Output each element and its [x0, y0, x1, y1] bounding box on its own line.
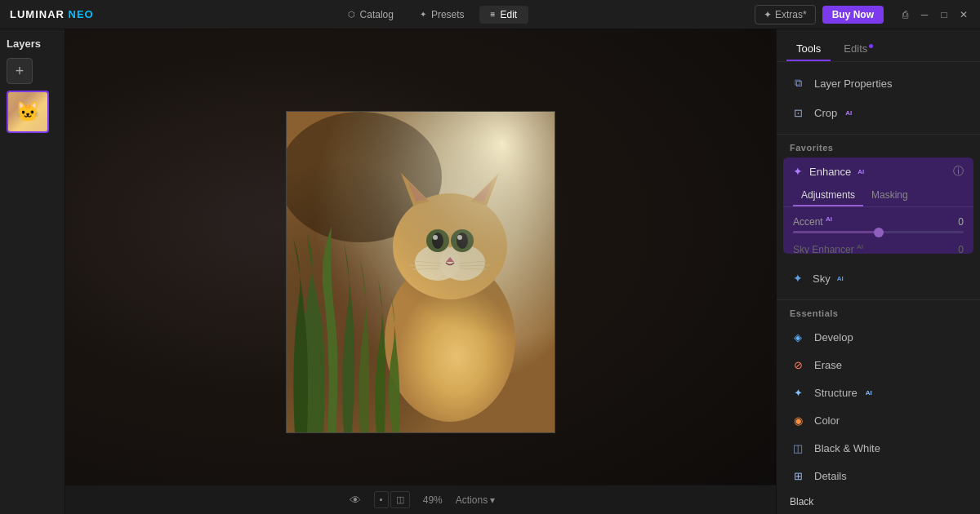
photo-canvas [286, 111, 555, 433]
tool-color[interactable]: ◉ Color [777, 406, 980, 434]
svg-rect-24 [287, 112, 555, 433]
sky-enhancer-value: 0 [958, 244, 964, 255]
essentials-header: Essentials [777, 300, 980, 323]
extras-button[interactable]: ✦ Extras* [755, 5, 816, 24]
structure-icon: ✦ [790, 384, 806, 401]
enhance-header[interactable]: ✦ Enhance AI ⓘ [783, 157, 973, 185]
favorites-header: Favorites [777, 135, 980, 157]
actions-button[interactable]: Actions ▾ [456, 494, 495, 506]
edit-icon: ≡ [491, 10, 496, 19]
maximize-button[interactable]: □ [938, 8, 951, 21]
nav-tabs: ⬡ Catalog ✦ Presets ≡ Edit [110, 6, 755, 24]
tool-details[interactable]: ⊞ Details [777, 462, 980, 490]
share-button[interactable]: ⎙ [898, 8, 911, 21]
tool-section-main: ⧉ Layer Properties ⊡ CropAI [777, 62, 980, 135]
tool-develop[interactable]: ◈ Develop [777, 323, 980, 351]
layer-thumbnail[interactable]: 🐱 [7, 91, 49, 133]
sub-tab-masking[interactable]: Masking [863, 185, 916, 206]
tab-tools[interactable]: Tools [786, 38, 831, 61]
add-layer-button[interactable]: + [7, 58, 33, 84]
canvas-toolbar: 👁 ▪ ◫ 49% Actions ▾ [65, 485, 776, 514]
enhance-ai-badge: AI [858, 168, 864, 175]
crop-ai-badge: AI [845, 109, 852, 117]
layers-panel: Layers + 🐱 [0, 29, 65, 514]
enhance-title: ✦ Enhance AI [793, 165, 864, 178]
zoom-display[interactable]: 49% [420, 494, 446, 506]
details-icon: ⊞ [790, 467, 806, 484]
view-toggle: ▪ ◫ [374, 491, 410, 508]
canvas-area: 👁 ▪ ◫ 49% Actions ▾ [65, 29, 776, 514]
enhance-sub-tabs: Adjustments Masking [783, 185, 973, 207]
app-logo: LUMINAR NEO [10, 8, 94, 20]
accent-thumb[interactable] [874, 228, 884, 237]
titlebar-right: ✦ Extras* Buy Now ⎙ ─ □ ✕ [755, 5, 970, 24]
right-panel: Tools Edits ⧉ Layer Properties ⊡ CropAI … [776, 29, 980, 514]
cat-illustration [287, 112, 555, 433]
minimize-button[interactable]: ─ [918, 8, 931, 21]
split-view-button[interactable]: ◫ [390, 491, 410, 508]
layer-properties-icon: ⧉ [790, 75, 806, 91]
panel-tabs: Tools Edits [777, 29, 980, 62]
sub-tab-adjustments[interactable]: Adjustments [793, 185, 863, 206]
accent-track[interactable] [793, 231, 964, 233]
tool-erase[interactable]: ⊘ Erase [777, 351, 980, 379]
presets-icon: ✦ [420, 10, 426, 19]
titlebar: LUMINAR NEO ⬡ Catalog ✦ Presets ≡ Edit ✦… [0, 0, 980, 29]
photo-container [286, 111, 555, 433]
develop-icon: ◈ [790, 329, 806, 345]
cat-photo [287, 112, 555, 432]
visibility-icon[interactable]: 👁 [346, 490, 364, 510]
layer-thumb-image: 🐱 [8, 92, 47, 131]
nav-edit[interactable]: ≡ Edit [479, 6, 529, 24]
nav-catalog[interactable]: ⬡ Catalog [336, 6, 405, 24]
sky-enhancer-label: Sky Enhancer AI [793, 243, 863, 254]
info-icon[interactable]: ⓘ [953, 164, 964, 179]
cat-thumbnail-icon: 🐱 [16, 100, 40, 123]
tool-layer-properties[interactable]: ⧉ Layer Properties [777, 69, 980, 98]
close-button[interactable]: ✕ [957, 8, 970, 21]
accent-ai-badge: AI [826, 215, 832, 223]
nav-presets[interactable]: ✦ Presets [408, 6, 476, 24]
enhance-icon: ✦ [793, 165, 803, 178]
sky-ai-badge: AI [837, 275, 844, 282]
enhance-block: ✦ Enhance AI ⓘ Adjustments Masking Accen… [783, 157, 973, 254]
black-label: Black [777, 490, 980, 514]
accent-label: Accent AI [793, 215, 832, 228]
tab-edits[interactable]: Edits [834, 38, 883, 61]
window-controls: ⎙ ─ □ ✕ [898, 8, 970, 21]
crop-icon: ⊡ [790, 104, 806, 121]
accent-fill [793, 231, 879, 233]
star-icon: ✦ [764, 9, 772, 20]
catalog-icon: ⬡ [348, 10, 355, 19]
accent-value: 0 [958, 216, 964, 228]
bw-icon: ◫ [790, 440, 806, 456]
sky-icon: ✦ [790, 270, 806, 286]
sky-enhancer-ai-badge: AI [857, 243, 863, 250]
erase-icon: ⊘ [790, 357, 806, 373]
sky-section: ✦ Sky AI [777, 257, 980, 300]
tool-black-white[interactable]: ◫ Black & White [777, 434, 980, 462]
tool-structure[interactable]: ✦ Structure AI [777, 379, 980, 406]
structure-ai-badge: AI [866, 389, 872, 397]
accent-slider-row: Accent AI 0 [793, 215, 964, 233]
sky-enhancer-label-row: Sky Enhancer AI 0 [793, 243, 964, 254]
tool-crop[interactable]: ⊡ CropAI [777, 98, 980, 127]
sky-enhancer-slider-row: Sky Enhancer AI 0 [793, 243, 964, 254]
edits-dot [869, 44, 873, 48]
single-view-button[interactable]: ▪ [374, 491, 389, 508]
layers-title: Layers [7, 38, 58, 50]
color-icon: ◉ [790, 412, 806, 428]
main-content: Layers + 🐱 [0, 29, 980, 514]
buy-now-button[interactable]: Buy Now [822, 6, 884, 24]
accent-label-row: Accent AI 0 [793, 215, 964, 228]
enhance-sliders: Accent AI 0 Sky Enhancer [783, 207, 973, 254]
tool-sky[interactable]: ✦ Sky AI [777, 264, 980, 293]
essentials-list: ◈ Develop ⊘ Erase ✦ Structure AI ◉ Color… [777, 323, 980, 490]
